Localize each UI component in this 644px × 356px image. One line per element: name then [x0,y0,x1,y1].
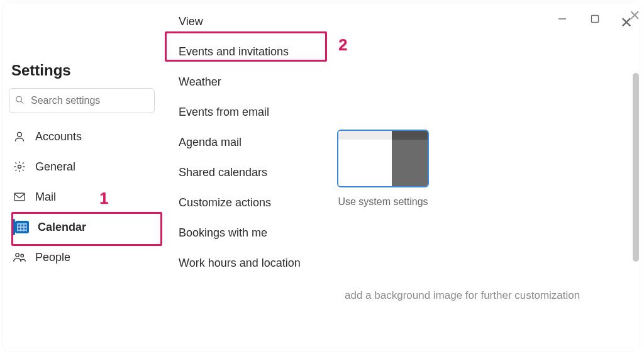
subnav-label: View [179,15,203,28]
subnav-label: Shared calendars [179,166,267,179]
window-controls: ✕ ✕ [555,11,635,26]
svg-point-7 [16,253,19,257]
gear-icon [13,160,26,173]
theme-preview-light [338,131,392,186]
svg-point-5 [18,165,21,169]
theme-option-system[interactable] [337,130,429,187]
calendar-subnav: View Events and invitations Weather Even… [165,0,328,356]
search-icon [15,96,24,106]
svg-point-2 [16,96,22,102]
annotation-number-2: 2 [338,35,347,55]
close-button[interactable]: ✕ ✕ [620,11,635,26]
vertical-scrollbar[interactable] [633,73,639,262]
mail-icon [13,192,26,202]
svg-point-8 [21,254,23,257]
sidebar-item-label: General [35,160,75,174]
sidebar-item-mail[interactable]: Mail [6,182,157,211]
subnav-item-events-invitations[interactable]: Events and invitations [165,36,328,67]
sidebar-item-label: Calendar [38,221,86,234]
sidebar-item-label: Mail [35,191,56,204]
sidebar-item-accounts[interactable]: Accounts [6,122,157,151]
search-container [9,88,155,113]
subnav-label: Events from email [179,106,269,119]
sidebar-item-calendar[interactable]: Calendar [6,213,157,242]
subnav-label: Agenda mail [179,136,242,149]
settings-nav: Accounts General Mail Calendar [6,122,157,272]
page-title: Settings [6,0,157,86]
subnav-item-events-from-email[interactable]: Events from email [165,97,328,127]
people-icon [13,252,26,263]
subnav-label: Events and invitations [179,45,289,58]
subnav-label: Work hours and location [179,257,301,270]
svg-point-4 [18,132,22,136]
close-icon: ✕ [620,14,633,31]
svg-rect-1 [592,16,599,23]
subnav-item-work-hours[interactable]: Work hours and location [165,248,328,278]
subnav-label: Bookings with me [179,226,267,240]
subnav-item-shared-calendars[interactable]: Shared calendars [165,157,328,187]
settings-sidebar: Settings Accounts General [0,0,164,356]
minimize-button[interactable] [555,11,570,26]
subnav-item-customize-actions[interactable]: Customize actions [165,187,328,218]
sidebar-item-general[interactable]: General [6,152,157,181]
search-input[interactable] [9,88,155,113]
person-icon [13,130,26,143]
subnav-label: Customize actions [179,196,271,209]
sidebar-item-label: Accounts [35,130,82,143]
calendar-icon [15,221,29,233]
svg-line-3 [21,101,24,104]
subnav-item-weather[interactable]: Weather [165,67,328,97]
subnav-item-bookings[interactable]: Bookings with me [165,218,328,248]
content-pane: Use system settings add a background ima… [328,55,639,351]
svg-rect-6 [14,193,25,201]
subnav-item-view[interactable]: View [165,6,328,36]
theme-preview-dark [392,131,428,186]
maximize-button[interactable] [587,11,602,26]
sidebar-item-label: People [35,251,70,264]
settings-window: ✕ ✕ Settings Accounts [0,0,644,356]
subnav-item-agenda-mail[interactable]: Agenda mail [165,127,328,157]
theme-option-label: Use system settings [337,195,429,209]
sidebar-item-people[interactable]: People [6,243,157,272]
background-hint-text: add a background image for further custo… [345,289,580,302]
subnav-label: Weather [179,75,221,89]
